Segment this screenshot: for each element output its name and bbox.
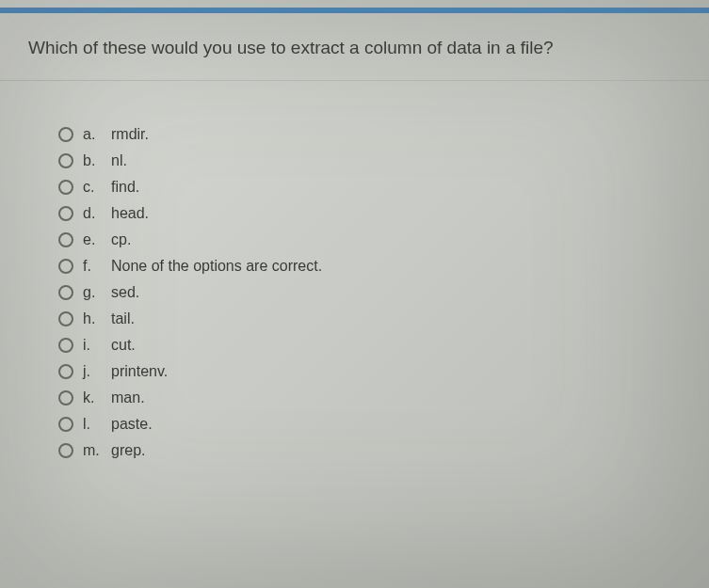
option-text: nl. bbox=[111, 152, 127, 169]
option-letter: d. bbox=[83, 205, 105, 222]
option-text: None of the options are correct. bbox=[111, 258, 322, 275]
option-l[interactable]: l. paste. bbox=[58, 416, 690, 433]
option-text: printenv. bbox=[111, 363, 168, 380]
option-letter: m. bbox=[83, 442, 105, 459]
option-e[interactable]: e. cp. bbox=[58, 231, 690, 248]
option-letter: g. bbox=[83, 284, 105, 301]
radio-icon[interactable] bbox=[58, 259, 73, 274]
option-text: cp. bbox=[111, 231, 131, 248]
option-g[interactable]: g. sed. bbox=[58, 284, 690, 301]
option-i[interactable]: i. cut. bbox=[58, 337, 690, 354]
radio-icon[interactable] bbox=[58, 390, 73, 405]
option-a[interactable]: a. rmdir. bbox=[58, 126, 690, 143]
option-text: cut. bbox=[111, 337, 136, 354]
option-letter: b. bbox=[83, 152, 105, 169]
option-f[interactable]: f. None of the options are correct. bbox=[58, 258, 690, 275]
option-text: grep. bbox=[111, 442, 145, 459]
radio-icon[interactable] bbox=[58, 232, 73, 247]
option-text: paste. bbox=[111, 416, 153, 433]
option-k[interactable]: k. man. bbox=[58, 389, 690, 406]
radio-icon[interactable] bbox=[58, 206, 73, 221]
radio-icon[interactable] bbox=[58, 311, 73, 326]
option-text: rmdir. bbox=[111, 126, 149, 143]
progress-bar bbox=[0, 8, 709, 13]
option-letter: c. bbox=[83, 179, 105, 196]
radio-icon[interactable] bbox=[58, 364, 73, 379]
option-m[interactable]: m. grep. bbox=[58, 442, 690, 459]
radio-icon[interactable] bbox=[58, 443, 73, 458]
option-text: head. bbox=[111, 205, 149, 222]
options-list: a. rmdir. b. nl. c. find. d. head. e. cp… bbox=[0, 88, 709, 487]
option-j[interactable]: j. printenv. bbox=[58, 363, 690, 380]
option-letter: f. bbox=[83, 258, 105, 275]
option-b[interactable]: b. nl. bbox=[58, 152, 690, 169]
option-d[interactable]: d. head. bbox=[58, 205, 690, 222]
option-text: find. bbox=[111, 179, 139, 196]
question-text: Which of these would you use to extract … bbox=[28, 36, 681, 61]
radio-icon[interactable] bbox=[58, 285, 73, 300]
option-h[interactable]: h. tail. bbox=[58, 310, 690, 327]
option-letter: e. bbox=[83, 231, 105, 248]
option-letter: i. bbox=[83, 337, 105, 354]
option-text: man. bbox=[111, 389, 145, 406]
radio-icon[interactable] bbox=[58, 127, 73, 142]
option-letter: j. bbox=[83, 363, 105, 380]
option-letter: l. bbox=[83, 416, 105, 433]
option-letter: h. bbox=[83, 310, 105, 327]
radio-icon[interactable] bbox=[58, 417, 73, 432]
option-text: sed. bbox=[111, 284, 139, 301]
option-letter: a. bbox=[83, 126, 105, 143]
option-text: tail. bbox=[111, 310, 135, 327]
option-c[interactable]: c. find. bbox=[58, 179, 690, 196]
option-letter: k. bbox=[83, 389, 105, 406]
radio-icon[interactable] bbox=[58, 153, 73, 168]
radio-icon[interactable] bbox=[58, 180, 73, 195]
radio-icon[interactable] bbox=[58, 338, 73, 353]
